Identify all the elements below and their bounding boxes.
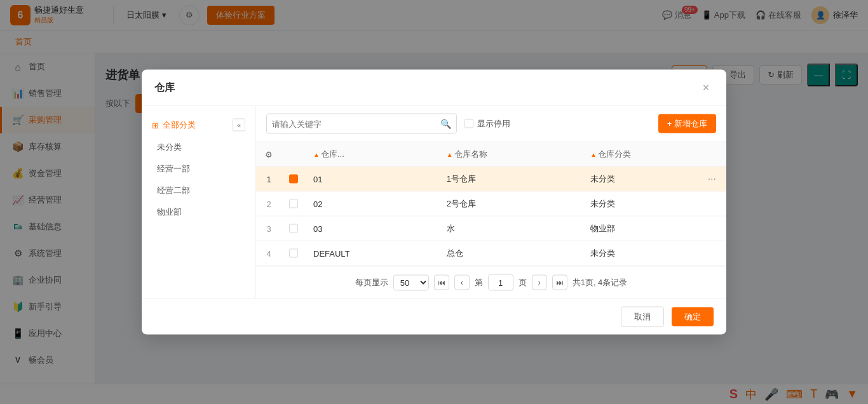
grid-icon: ⊞ [152, 120, 159, 130]
category-item-ops2[interactable]: 经营二部 [142, 180, 255, 201]
row-category: 未分类··· [583, 166, 726, 191]
warehouse-modal: 仓库 × ⊞ 全部分类 « 未分类 经营一部 经营二部 物业部 🔍 [142, 70, 726, 335]
th-category: ▲仓库分类 [583, 142, 726, 167]
modal-toolbar: 🔍 显示停用 + 新增仓库 [256, 106, 726, 142]
search-input[interactable] [272, 119, 440, 128]
category-item-unclassified[interactable]: 未分类 [142, 137, 255, 158]
row-code: DEFAULT [306, 241, 439, 266]
show-disabled-checkbox[interactable] [465, 119, 473, 128]
row-checkbox-cell[interactable] [281, 191, 306, 216]
row-checkbox[interactable] [289, 175, 298, 184]
cancel-button[interactable]: 取消 [621, 307, 664, 327]
th-name: ▲仓库名称 [439, 142, 583, 167]
row-checkbox-cell[interactable] [281, 166, 306, 191]
table-row[interactable]: 4 DEFAULT 总仓 未分类 [256, 241, 726, 266]
sort-icon-name: ▲ [447, 151, 453, 158]
row-category: 未分类 [583, 191, 726, 216]
row-name: 2号仓库 [439, 191, 583, 216]
row-gear-cell: 1 [256, 166, 281, 191]
per-page-label: 每页显示 [355, 277, 388, 288]
modal-body: ⊞ 全部分类 « 未分类 经营一部 经营二部 物业部 🔍 显示停用 + [142, 106, 726, 299]
modal-footer: 取消 确定 [142, 299, 726, 335]
prev-page-button[interactable]: ‹ [454, 275, 470, 290]
show-disabled-label[interactable]: 显示停用 [465, 118, 510, 130]
right-panel: 🔍 显示停用 + 新增仓库 ⚙ ▲仓库... ▲仓库名称 [256, 106, 726, 299]
row-checkbox-cell[interactable] [281, 241, 306, 266]
row-gear-cell: 4 [256, 241, 281, 266]
warehouse-table: ⚙ ▲仓库... ▲仓库名称 ▲仓库分类 1 01 1号仓库 未分类 [256, 142, 726, 266]
row-more-button[interactable]: ··· [705, 173, 719, 185]
row-checkbox[interactable] [289, 249, 298, 258]
page-unit: 页 [519, 277, 527, 288]
all-categories-label: 全部分类 [163, 119, 196, 131]
total-records-label: 共1页, 4条记录 [573, 277, 628, 288]
row-code: 03 [306, 216, 439, 241]
th-gear: ⚙ [256, 142, 281, 167]
all-categories-item[interactable]: ⊞ 全部分类 « [142, 114, 255, 137]
confirm-button[interactable]: 确定 [672, 307, 714, 327]
th-code: ▲仓库... [306, 142, 439, 167]
gear-th-icon: ⚙ [265, 149, 273, 159]
modal-pagination: 每页显示 501020100 ⏮ ‹ 第 页 › ⏭ 共1页, 4条记录 [256, 266, 726, 299]
row-gear-cell: 3 [256, 216, 281, 241]
sort-icon-category: ▲ [590, 151, 597, 158]
row-gear-cell: 2 [256, 191, 281, 216]
row-category: 未分类 [583, 241, 726, 266]
collapse-button[interactable]: « [233, 119, 245, 131]
modal-close-button[interactable]: × [698, 80, 714, 95]
page-label: 第 [475, 277, 483, 288]
category-item-ops1[interactable]: 经营一部 [142, 158, 255, 180]
first-page-button[interactable]: ⏮ [434, 275, 449, 290]
row-checkbox-cell[interactable] [281, 216, 306, 241]
category-panel: ⊞ 全部分类 « 未分类 经营一部 经营二部 物业部 [142, 106, 256, 299]
last-page-button[interactable]: ⏭ [552, 275, 567, 290]
table-header-row: ⚙ ▲仓库... ▲仓库名称 ▲仓库分类 [256, 142, 726, 167]
table-row[interactable]: 3 03 水 物业部 [256, 216, 726, 241]
row-code: 02 [306, 191, 439, 216]
show-disabled-text: 显示停用 [477, 118, 510, 130]
category-item-property[interactable]: 物业部 [142, 201, 255, 223]
th-check [281, 142, 306, 167]
search-box: 🔍 [266, 114, 457, 134]
row-name: 1号仓库 [439, 166, 583, 191]
row-category: 物业部 [583, 216, 726, 241]
row-checkbox[interactable] [289, 224, 298, 233]
row-checkbox[interactable] [289, 199, 298, 208]
modal-header: 仓库 × [142, 70, 726, 106]
table-row[interactable]: 1 01 1号仓库 未分类··· [256, 166, 726, 191]
sort-icon-code: ▲ [313, 151, 320, 158]
search-icon: 🔍 [440, 119, 451, 129]
next-page-button[interactable]: › [532, 275, 547, 290]
per-page-select[interactable]: 501020100 [393, 274, 429, 290]
row-code: 01 [306, 166, 439, 191]
add-warehouse-button[interactable]: + 新增仓库 [658, 114, 716, 133]
table-row[interactable]: 2 02 2号仓库 未分类 [256, 191, 726, 216]
row-name: 总仓 [439, 241, 583, 266]
page-number-input[interactable] [488, 274, 513, 291]
row-name: 水 [439, 216, 583, 241]
modal-title: 仓库 [154, 81, 175, 94]
